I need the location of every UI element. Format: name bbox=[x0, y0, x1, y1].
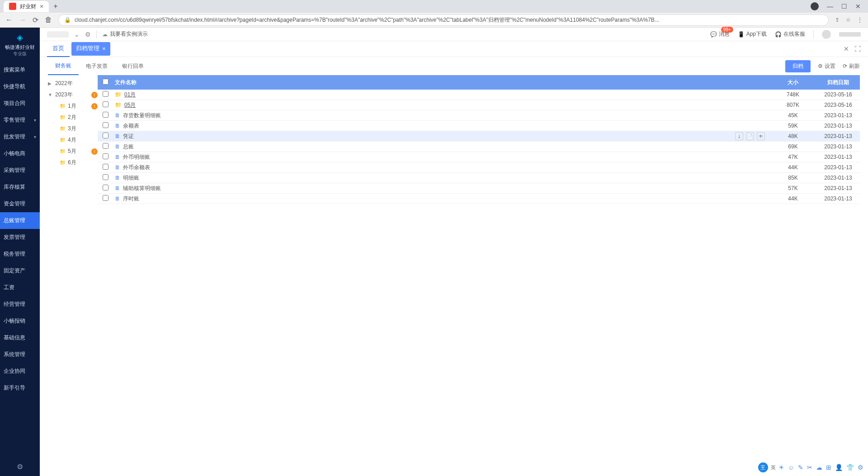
row-checkbox[interactable] bbox=[103, 101, 108, 107]
table-row[interactable]: 📁05月 807K 2023-05-16 bbox=[98, 100, 860, 110]
tree-month[interactable]: 📁6月 bbox=[48, 157, 98, 168]
row-checkbox[interactable] bbox=[103, 185, 108, 190]
company-dropdown-icon[interactable]: ⌄ bbox=[74, 31, 80, 38]
table-row[interactable]: 🗎总账 69K 2023-01-13 bbox=[98, 142, 860, 152]
tb-icon[interactable]: 👤 bbox=[835, 464, 843, 471]
sub-tab-invoice[interactable]: 电子发票 bbox=[79, 58, 115, 75]
table-row[interactable]: 🗎序时账 44K 2023-01-13 bbox=[98, 194, 860, 204]
back-button[interactable]: ← bbox=[5, 16, 13, 24]
archive-button[interactable]: 归档 bbox=[785, 60, 811, 72]
file-name[interactable]: 01月 bbox=[124, 91, 136, 99]
file-date: 2023-05-16 bbox=[816, 102, 860, 108]
close-all-icon[interactable]: ✕ bbox=[844, 45, 849, 52]
file-name[interactable]: 05月 bbox=[124, 101, 136, 109]
row-checkbox[interactable] bbox=[103, 153, 108, 159]
tb-icon[interactable]: ✎ bbox=[798, 464, 803, 471]
sub-tab-finance[interactable]: 财务账 bbox=[48, 57, 79, 75]
row-checkbox[interactable] bbox=[103, 143, 108, 149]
sidebar-item[interactable]: 快捷导航 bbox=[0, 78, 40, 95]
tb-icon[interactable]: 👕 bbox=[846, 464, 854, 471]
table-row[interactable]: 🗎辅助核算明细账 57K 2023-01-13 bbox=[98, 183, 860, 194]
tb-icon[interactable]: ☺ bbox=[788, 464, 794, 471]
export-icon[interactable]: ⤓ bbox=[735, 132, 743, 140]
avatar[interactable] bbox=[822, 30, 831, 39]
sidebar-item[interactable]: 项目合同 bbox=[0, 95, 40, 112]
tree-year-2023[interactable]: ▼ 2023年 ! bbox=[48, 89, 98, 100]
sidebar-item[interactable]: 系统管理 bbox=[0, 346, 40, 363]
sidebar-item[interactable]: 工资 bbox=[0, 279, 40, 296]
demo-link[interactable]: ☁ 我要看实例演示 bbox=[102, 30, 148, 38]
sidebar-item[interactable]: 税务管理 bbox=[0, 246, 40, 262]
table-row[interactable]: 🗎外币明细账 47K 2023-01-13 bbox=[98, 152, 860, 162]
sidebar-item[interactable]: 经营管理 bbox=[0, 296, 40, 313]
sidebar-settings-icon[interactable]: ⚙ bbox=[0, 457, 40, 476]
sidebar-item[interactable]: 企业协同 bbox=[0, 363, 40, 380]
sidebar-item[interactable]: 零售管理▾ bbox=[0, 112, 40, 129]
table-row[interactable]: 🗎外币余额表 44K 2023-01-13 bbox=[98, 162, 860, 173]
refresh-button[interactable]: ⟳ 刷新 bbox=[843, 62, 860, 70]
sidebar-item[interactable]: 资金管理 bbox=[0, 195, 40, 212]
sidebar-item[interactable]: 批发管理▾ bbox=[0, 129, 40, 145]
fullscreen-icon[interactable]: ⛶ bbox=[854, 45, 861, 52]
star-icon[interactable]: ☆ bbox=[846, 17, 851, 23]
tb-icon[interactable]: ⚙ bbox=[858, 464, 863, 471]
tree-month[interactable]: 📁4月 bbox=[48, 134, 98, 146]
sidebar-item[interactable]: 小畅电商 bbox=[0, 145, 40, 162]
tree-month[interactable]: 📁1月! bbox=[48, 100, 98, 112]
table-row[interactable]: 🗎存货数量明细账 45K 2023-01-13 bbox=[98, 110, 860, 121]
pdf-icon[interactable]: 📄 bbox=[746, 132, 754, 140]
view-icon[interactable]: 👁 bbox=[757, 132, 765, 140]
tb-icon[interactable]: ✂ bbox=[807, 464, 812, 471]
tb-icon[interactable]: ⊞ bbox=[826, 464, 831, 471]
new-tab-button[interactable]: + bbox=[53, 2, 57, 10]
ime-circle[interactable]: 王 bbox=[758, 462, 768, 472]
tb-icon[interactable]: ☀ bbox=[778, 464, 784, 471]
incognito-icon[interactable] bbox=[811, 2, 819, 10]
row-checkbox[interactable] bbox=[103, 91, 108, 97]
row-checkbox[interactable] bbox=[103, 133, 108, 138]
delete-icon[interactable]: 🗑 bbox=[45, 16, 52, 24]
download-button[interactable]: 📱 App下载 bbox=[738, 30, 767, 38]
tree-month[interactable]: 📁2月 bbox=[48, 112, 98, 123]
address-bar[interactable]: 🔒 cloud.chanjet.com/cc/u6d89qwnryel/57bf… bbox=[58, 14, 829, 26]
row-checkbox[interactable] bbox=[103, 174, 108, 180]
sidebar-item[interactable]: 新手引导 bbox=[0, 380, 40, 396]
support-button[interactable]: 🎧 在线客服 bbox=[775, 30, 805, 38]
tree-month[interactable]: 📁3月 bbox=[48, 123, 98, 134]
browser-tab[interactable]: 好业财 × bbox=[4, 1, 49, 12]
page-tab-home[interactable]: 首页 bbox=[47, 41, 70, 57]
table-row[interactable]: 📁01月 748K 2023-05-16 bbox=[98, 90, 860, 100]
row-checkbox[interactable] bbox=[103, 112, 108, 118]
reload-button[interactable]: ⟳ bbox=[33, 16, 38, 24]
row-checkbox[interactable] bbox=[103, 122, 108, 128]
table-row[interactable]: 🗎余额表 59K 2023-01-13 bbox=[98, 121, 860, 131]
minimize-button[interactable]: — bbox=[827, 3, 833, 10]
company-settings-icon[interactable]: ⚙ bbox=[85, 31, 91, 38]
tree-month[interactable]: 📁5月! bbox=[48, 146, 98, 157]
menu-icon[interactable]: ⋮ bbox=[857, 17, 863, 23]
settings-button[interactable]: ⚙ 设置 bbox=[818, 62, 835, 70]
sidebar-item[interactable]: 采购管理 bbox=[0, 162, 40, 179]
sub-tab-bank[interactable]: 银行回单 bbox=[115, 58, 151, 75]
row-checkbox[interactable] bbox=[103, 164, 108, 170]
row-checkbox[interactable] bbox=[103, 195, 108, 201]
sidebar-item[interactable]: 基础信息 bbox=[0, 329, 40, 346]
tb-icon[interactable]: ☁ bbox=[816, 464, 822, 471]
maximize-button[interactable]: ☐ bbox=[841, 3, 847, 10]
table-row[interactable]: 🗎明细账 85K 2023-01-13 bbox=[98, 173, 860, 183]
table-row[interactable]: 🗎凭证 ⤓ 📄 👁 48K 2023-01-13 bbox=[98, 131, 860, 142]
select-all-checkbox[interactable] bbox=[103, 79, 108, 85]
close-tab-icon[interactable]: × bbox=[102, 45, 106, 52]
sidebar-item[interactable]: 总账管理 bbox=[0, 212, 40, 229]
sidebar-item[interactable]: 搜索菜单 bbox=[0, 62, 40, 78]
tree-year-2022[interactable]: ▶ 2022年 bbox=[48, 78, 98, 89]
sidebar-item[interactable]: 库存核算 bbox=[0, 179, 40, 195]
sidebar-item[interactable]: 发票管理 bbox=[0, 229, 40, 246]
close-button[interactable]: ✕ bbox=[855, 3, 861, 10]
sidebar-item[interactable]: 固定资产 bbox=[0, 262, 40, 279]
page-tab-archive[interactable]: 归档管理 × bbox=[71, 42, 110, 56]
messages-button[interactable]: 💬 消息 99+ bbox=[710, 30, 730, 38]
sidebar-item[interactable]: 小畅报销 bbox=[0, 313, 40, 329]
share-icon[interactable]: ⇪ bbox=[835, 17, 840, 23]
tab-close-icon[interactable]: × bbox=[40, 3, 43, 10]
